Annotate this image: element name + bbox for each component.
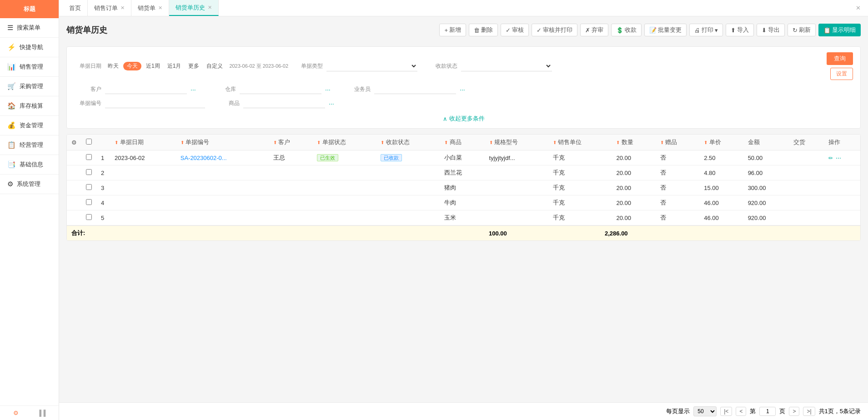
- tab-sales-history[interactable]: 销货单历史 ✕: [169, 0, 219, 16]
- goods-input[interactable]: [243, 99, 325, 108]
- show-detail-button[interactable]: 📋 显示明细: [818, 24, 861, 36]
- cell-spec: [485, 180, 548, 195]
- import-button[interactable]: ⬆ 导入: [726, 24, 754, 36]
- next-page-button[interactable]: >: [789, 407, 799, 416]
- cell-checkbox[interactable]: [81, 195, 96, 210]
- sidebar-item-purchase-mgmt[interactable]: 🛒 采购管理: [0, 77, 59, 96]
- cell-unit: 千克: [548, 150, 612, 165]
- refresh-button[interactable]: ↻ 刷新: [788, 24, 816, 36]
- tab-sales-history-close[interactable]: ✕: [208, 5, 212, 10]
- sidebar-item-finance-mgmt[interactable]: 💰 资金管理: [0, 116, 59, 135]
- collect-status-badge: 已收款: [381, 154, 402, 161]
- cell-checkbox[interactable]: [81, 150, 96, 165]
- th-settings[interactable]: ⚙: [67, 135, 81, 150]
- th-price[interactable]: ⬆ 单价: [699, 135, 743, 150]
- doc-no-sort-icon: ⬆: [181, 140, 184, 145]
- more-action[interactable]: ⋯: [836, 155, 841, 161]
- last-page-button[interactable]: >|: [803, 407, 815, 416]
- row-checkbox[interactable]: [86, 154, 92, 160]
- date-more[interactable]: 更多: [186, 62, 202, 70]
- audit-print-button[interactable]: ✓ 审核并打印: [532, 24, 577, 36]
- sidebar-item-inventory-calc[interactable]: 🏠 库存核算: [0, 96, 59, 116]
- tab-sales-goods-close[interactable]: ✕: [158, 5, 162, 11]
- collapse-button[interactable]: ∧ 收起更多条件: [74, 113, 853, 123]
- th-doc-status[interactable]: ⬆ 单据状态: [312, 135, 376, 150]
- sidebar-item-quick-nav[interactable]: ⚡ 快捷导航: [0, 38, 59, 57]
- print-button[interactable]: 🖨 打印 ▾: [689, 24, 723, 36]
- sidebar-item-label: 快捷导航: [20, 43, 43, 51]
- th-action: 操作: [824, 135, 860, 150]
- tab-sales-order-close[interactable]: ✕: [120, 5, 125, 11]
- th-goods[interactable]: ⬆ 商品: [440, 135, 485, 150]
- docno-input[interactable]: [105, 99, 205, 108]
- tab-close-all-button[interactable]: ✕: [852, 5, 864, 11]
- new-button[interactable]: + 新增: [439, 24, 466, 36]
- content-area: 销货单历史 + 新增 🗑 删除 ✓ 审核 ✓ 审核并打印: [59, 16, 868, 402]
- delete-button[interactable]: 🗑 删除: [469, 24, 498, 36]
- date-last7[interactable]: 近1周: [143, 62, 163, 70]
- th-unit[interactable]: ⬆ 销售单位: [548, 135, 612, 150]
- select-all-checkbox[interactable]: [86, 139, 92, 145]
- sidebar-item-sales-mgmt[interactable]: 📊 销售管理: [0, 57, 59, 77]
- cell-checkbox[interactable]: [81, 180, 96, 195]
- staff-dots[interactable]: ···: [460, 86, 465, 93]
- sidebar-bottom-icon-right[interactable]: ▐▐: [37, 410, 45, 416]
- query-button[interactable]: 查询: [827, 52, 853, 65]
- th-doc-date[interactable]: ⬆ 单据日期: [110, 135, 176, 150]
- date-last30[interactable]: 近1月: [165, 62, 184, 70]
- warehouse-dots[interactable]: ···: [325, 86, 331, 93]
- sidebar-item-basic-info[interactable]: 📑 基础信息: [0, 155, 59, 175]
- cell-gift: 否: [656, 165, 699, 180]
- row-checkbox[interactable]: [86, 184, 92, 190]
- warehouse-input[interactable]: [240, 85, 321, 94]
- tab-home[interactable]: 首页: [63, 0, 88, 16]
- th-qty[interactable]: ⬆ 数量: [612, 135, 655, 150]
- edit-action[interactable]: ✏: [828, 155, 833, 161]
- cell-action: [824, 165, 860, 180]
- first-page-button[interactable]: |<: [720, 407, 732, 416]
- customer-input[interactable]: [105, 85, 187, 94]
- row-checkbox[interactable]: [86, 214, 92, 220]
- abandon-button[interactable]: ✗ 弃审: [580, 24, 608, 36]
- row-checkbox[interactable]: [86, 169, 92, 175]
- audit-button[interactable]: ✓ 审核: [501, 24, 529, 36]
- cell-doc-no: [176, 210, 269, 225]
- row-checkbox[interactable]: [86, 199, 92, 205]
- export-button[interactable]: ⬇ 导出: [757, 24, 785, 36]
- goods-dots[interactable]: ···: [329, 100, 334, 107]
- collect-status-select[interactable]: [461, 61, 552, 71]
- filter-settings-button[interactable]: 设置: [830, 68, 853, 80]
- cell-unit: 千克: [548, 195, 612, 210]
- date-today[interactable]: 今天: [123, 62, 141, 70]
- page-number-input[interactable]: [759, 407, 776, 416]
- sidebar-item-sys-mgmt[interactable]: ⚙ 系统管理: [0, 175, 59, 194]
- customer-label: 客户: [74, 85, 101, 93]
- cell-gift: 否: [656, 150, 699, 165]
- th-customer[interactable]: ⬆ 客户: [269, 135, 312, 150]
- sidebar-item-search-menu[interactable]: ☰ 搜索菜单: [0, 18, 59, 38]
- prev-page-button[interactable]: <: [736, 407, 746, 416]
- page-size-select[interactable]: 50 100: [693, 406, 717, 416]
- doc-type-select[interactable]: [326, 61, 417, 71]
- doc-type-label: 单据类型: [296, 62, 323, 70]
- th-spec[interactable]: ⬆ 规格型号: [485, 135, 548, 150]
- th-collect-status[interactable]: ⬆ 收款状态: [376, 135, 440, 150]
- cell-checkbox[interactable]: [81, 210, 96, 225]
- date-custom[interactable]: 自定义: [204, 62, 226, 70]
- customer-dots[interactable]: ···: [191, 86, 196, 93]
- sidebar-item-ops-mgmt[interactable]: 📋 经营管理: [0, 135, 59, 155]
- th-gift[interactable]: ⬆ 赠品: [656, 135, 699, 150]
- cell-price: 15.00: [699, 180, 743, 195]
- sidebar-bottom-icon-left[interactable]: ⚙: [13, 410, 19, 416]
- cell-checkbox[interactable]: [81, 165, 96, 180]
- staff-filter-item: 业务员 ···: [343, 85, 471, 94]
- collect-button[interactable]: 💲 收款: [611, 24, 642, 36]
- date-yesterday[interactable]: 昨天: [105, 62, 121, 70]
- batch-change-button[interactable]: 📝 批量变更: [644, 24, 687, 36]
- import-label: 导入: [737, 26, 749, 34]
- staff-input[interactable]: [374, 85, 456, 94]
- tab-sales-order[interactable]: 销售订单 ✕: [88, 0, 131, 16]
- basic-info-icon: 📑: [7, 160, 16, 169]
- tab-sales-goods[interactable]: 销货单 ✕: [131, 0, 169, 16]
- th-doc-no[interactable]: ⬆ 单据编号: [176, 135, 269, 150]
